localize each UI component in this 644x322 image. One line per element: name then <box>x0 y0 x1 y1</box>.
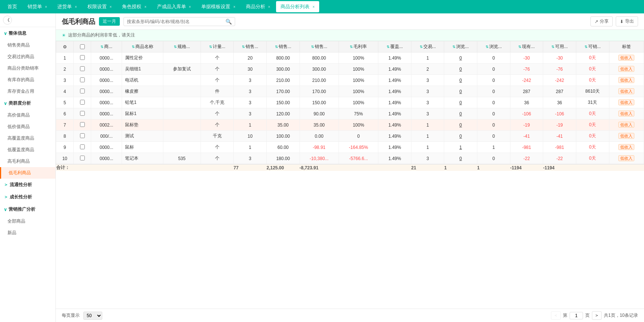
nav-product-inbound-close[interactable]: × <box>189 5 191 9</box>
sidebar-group-growth[interactable]: ＞ 成长性分析 <box>0 191 55 203</box>
view1-link[interactable]: 1 <box>459 145 462 150</box>
row-checkbox[interactable] <box>74 52 91 64</box>
nav-goods-analysis-list-close[interactable]: × <box>313 5 315 9</box>
nav-sales[interactable]: 销货单 × <box>23 1 51 12</box>
nav-goods-analysis[interactable]: 商品分析 × <box>241 1 275 12</box>
row-select-checkbox[interactable] <box>80 133 85 138</box>
row-name[interactable]: 笔记本 <box>122 153 163 165</box>
row-checkbox[interactable] <box>74 97 91 108</box>
per-page-select[interactable]: 50 100 200 <box>83 312 102 320</box>
col-current[interactable]: ⇅现有... <box>510 41 543 52</box>
sidebar-stocked-goods[interactable]: 有库存的商品 <box>0 74 55 86</box>
row-select-checkbox[interactable] <box>80 77 85 82</box>
row-name[interactable]: 鼠标1 <box>122 108 163 119</box>
col-settings[interactable]: ⚙ <box>56 41 74 52</box>
sidebar-category-sales[interactable]: 商品分类助销率 <box>0 63 55 74</box>
sidebar-group-circulation[interactable]: ＞ 流通性分析 <box>0 179 55 191</box>
row-checkbox[interactable] <box>74 142 91 153</box>
nav-permissions[interactable]: 权限设置 × <box>83 1 116 12</box>
row-view1[interactable]: 0 <box>444 64 477 75</box>
row-name[interactable]: 电话机 <box>122 75 163 86</box>
sidebar-traded-goods[interactable]: 交易过的商品 <box>0 51 55 63</box>
row-select-checkbox[interactable] <box>80 55 85 60</box>
view1-link[interactable]: 0 <box>459 67 462 72</box>
sidebar-low-value[interactable]: 低价值商品 <box>0 121 55 133</box>
nav-template[interactable]: 单据模板设置 × <box>197 1 240 12</box>
share-button[interactable]: ↗ 分享 <box>590 16 613 26</box>
row-select-checkbox[interactable] <box>80 122 85 127</box>
col-view2[interactable]: ⇅浏览... <box>477 41 510 52</box>
row-view1[interactable]: 0 <box>444 86 477 97</box>
row-view1[interactable]: 0 <box>444 97 477 108</box>
next-page-btn[interactable]: ＞ <box>592 311 602 320</box>
nav-roles[interactable]: 角色授权 × <box>118 1 151 12</box>
col-view1[interactable]: ⇅浏览... <box>444 41 477 52</box>
sidebar-high-value[interactable]: 高价值商品 <box>0 109 55 121</box>
nav-template-close[interactable]: × <box>233 5 236 9</box>
nav-roles-close[interactable]: × <box>144 5 147 9</box>
row-select-checkbox[interactable] <box>80 156 85 160</box>
sidebar-stock-fund[interactable]: 库存资金占用 <box>0 86 55 97</box>
row-view1[interactable]: 0 <box>444 119 477 131</box>
row-select-checkbox[interactable] <box>80 100 85 105</box>
nav-goods-analysis-close[interactable]: × <box>268 5 270 9</box>
col-spec[interactable]: ⇅规格... <box>163 41 201 52</box>
row-view1[interactable]: 1 <box>444 142 477 153</box>
sidebar-group-marketing[interactable]: ∨ 营销推广分析 <box>0 203 55 216</box>
nav-goods-analysis-list[interactable]: 商品分析列表 × <box>276 1 319 12</box>
row-select-checkbox[interactable] <box>80 89 85 93</box>
search-icon[interactable]: 🔍 <box>225 19 232 25</box>
period-button[interactable]: 近一月 <box>99 17 120 26</box>
row-checkbox[interactable] <box>74 131 91 142</box>
nav-home[interactable]: 首页 <box>3 1 22 12</box>
col-name[interactable]: ⇅商品名称 <box>122 41 163 52</box>
nav-purchase[interactable]: 进货单 × <box>53 1 81 12</box>
row-checkbox[interactable] <box>74 75 91 86</box>
row-view1[interactable]: 0 <box>444 108 477 119</box>
nav-product-inbound[interactable]: 产成品入库单 × <box>153 1 195 12</box>
select-all-checkbox[interactable] <box>80 44 85 49</box>
sidebar-group-cluster[interactable]: ∨ 类群度分析 <box>0 97 55 109</box>
row-view1[interactable]: 0 <box>444 52 477 64</box>
row-name[interactable]: 吴细细1 <box>122 64 163 75</box>
view1-link[interactable]: 0 <box>459 78 462 83</box>
sidebar-all-goods[interactable]: 全部商品 <box>0 216 55 227</box>
sidebar-sales-goods[interactable]: 销售类商品 <box>0 39 55 51</box>
row-name[interactable]: 鼠标垫 <box>122 119 163 131</box>
col-available[interactable]: ⇅可用... <box>543 41 576 52</box>
sidebar-high-coverage[interactable]: 高覆盖度商品 <box>0 133 55 144</box>
sidebar-low-coverage[interactable]: 低覆盖度商品 <box>0 144 55 156</box>
row-checkbox[interactable] <box>74 119 91 131</box>
col-sellable[interactable]: ⇅可销... <box>576 41 609 52</box>
view1-link[interactable]: 0 <box>459 89 462 94</box>
col-sales-amount[interactable]: ⇅销售... <box>299 41 339 52</box>
view1-link[interactable]: 0 <box>459 55 462 61</box>
view1-link[interactable]: 0 <box>459 122 462 128</box>
row-select-checkbox[interactable] <box>80 111 85 116</box>
view1-link[interactable]: 0 <box>459 156 462 161</box>
col-coverage[interactable]: ⇅覆盖... <box>378 41 411 52</box>
col-sales-price[interactable]: ⇅销售... <box>266 41 299 52</box>
row-name[interactable]: 橡皮擦 <box>122 86 163 97</box>
row-select-checkbox[interactable] <box>80 144 85 149</box>
col-sales-qty[interactable]: ⇅销售... <box>234 41 267 52</box>
view1-link[interactable]: 0 <box>459 111 462 117</box>
sidebar-group-overall[interactable]: ∨ 整体信息 <box>0 27 55 39</box>
row-checkbox[interactable] <box>74 86 91 97</box>
row-checkbox[interactable] <box>74 108 91 119</box>
row-select-checkbox[interactable] <box>80 66 85 71</box>
col-unit[interactable]: ⇅计量... <box>201 41 234 52</box>
sidebar-new-goods[interactable]: 新品 <box>0 227 55 239</box>
search-input[interactable] <box>127 19 225 24</box>
nav-sales-close[interactable]: × <box>45 5 47 9</box>
row-name[interactable]: 属性定价 <box>122 52 163 64</box>
nav-permissions-close[interactable]: × <box>110 5 112 9</box>
sidebar-collapse-btn[interactable]: 《 <box>3 16 12 25</box>
row-checkbox[interactable] <box>74 64 91 75</box>
row-view1[interactable]: 0 <box>444 131 477 142</box>
row-checkbox[interactable] <box>74 153 91 165</box>
col-checkbox[interactable] <box>74 41 91 52</box>
row-name[interactable]: 测试 <box>122 131 163 142</box>
col-code[interactable]: ⇅商... <box>91 41 122 52</box>
sidebar-high-margin[interactable]: 高毛利商品 <box>0 156 55 167</box>
